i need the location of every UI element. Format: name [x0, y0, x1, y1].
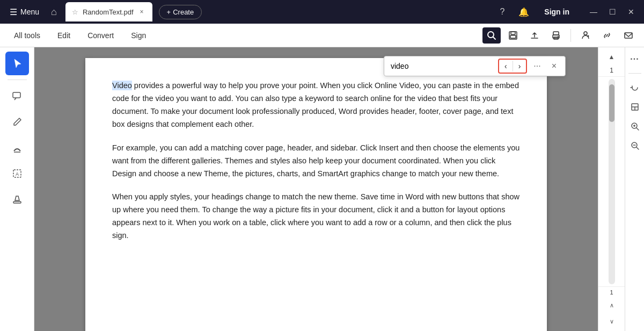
pdf-scroll[interactable]: ‹ › ··· × Video provides a powerful way … [34, 47, 598, 331]
stamp-icon [12, 194, 23, 205]
page-number-display: 1 [598, 64, 625, 77]
minimize-button[interactable]: — [584, 5, 603, 18]
sign-in-button[interactable]: Sign in [539, 5, 575, 18]
search-bar: ‹ › ··· × [384, 56, 566, 76]
create-button[interactable]: + Create [159, 5, 202, 19]
pen-tool[interactable] [5, 110, 29, 134]
cursor-icon [12, 58, 23, 69]
zoom-in-button[interactable] [627, 119, 642, 134]
pdf-para1-text: provides a powerful way to help you prov… [112, 81, 519, 128]
mail-toolbar-button[interactable] [619, 27, 638, 44]
svg-line-1 [493, 37, 496, 39]
edit-menu[interactable]: Edit [50, 28, 78, 43]
svg-rect-16 [13, 202, 21, 203]
share-icon [581, 31, 590, 40]
upload-icon [530, 31, 539, 40]
window-controls: — ☐ ✕ [584, 5, 640, 18]
pdf-content: Video provides a powerful way to help yo… [112, 80, 520, 242]
svg-line-21 [636, 128, 639, 130]
zoom-in-icon [630, 121, 640, 131]
main-content: A ‹ › ··· × [0, 47, 644, 331]
search-next-button[interactable]: › [513, 60, 526, 73]
mail-icon [624, 31, 633, 40]
tab-star-icon: ☆ [72, 8, 78, 16]
link-toolbar-button[interactable] [598, 27, 616, 44]
tab-title: RandomText.pdf [83, 8, 134, 16]
pdf-paragraph-1: Video provides a powerful way to help yo… [112, 80, 520, 131]
scroll-nav-buttons: ∧ ∨ [598, 298, 625, 331]
search-icon [487, 31, 496, 40]
page-down-button[interactable]: ∨ [604, 314, 619, 329]
pdf-tab[interactable]: ☆ RandomText.pdf × [65, 2, 152, 21]
tool-separator-1 [8, 80, 27, 80]
svg-point-9 [584, 32, 587, 35]
zoom-out-button[interactable] [627, 138, 642, 153]
share-toolbar-button[interactable] [576, 27, 595, 44]
svg-point-8 [558, 36, 559, 37]
scrollbar-thumb [609, 84, 614, 122]
hamburger-icon: ☰ [10, 7, 17, 17]
scrollbar-track[interactable] [609, 79, 615, 284]
svg-point-10 [588, 35, 589, 37]
cursor-tool[interactable] [5, 52, 29, 75]
svg-rect-5 [553, 32, 559, 35]
total-pages: 1 [610, 289, 613, 296]
tab-close-button[interactable]: × [138, 7, 146, 17]
stamp-tool[interactable] [5, 188, 29, 211]
search-input[interactable] [389, 60, 496, 73]
maximize-button[interactable]: ☐ [604, 5, 621, 18]
home-button[interactable]: ⌂ [47, 3, 61, 21]
search-toolbar-button[interactable] [482, 27, 501, 44]
right-action-panel: ··· [625, 47, 644, 331]
create-label: Create [173, 8, 194, 16]
pdf-para2-text: For example, you can add a matching cove… [112, 143, 519, 178]
toolbar-right [482, 27, 638, 44]
print-toolbar-button[interactable] [547, 27, 565, 44]
more-options-button[interactable]: ··· [627, 52, 642, 67]
page-up-button[interactable]: ∧ [604, 298, 619, 313]
pdf-page: Video provides a powerful way to help yo… [85, 58, 547, 331]
rotate-icon [630, 83, 640, 92]
page-total-display: 1 [598, 286, 625, 298]
highlight-tool[interactable] [5, 136, 29, 160]
svg-rect-12 [13, 92, 20, 98]
right-scrollbar-panel: ▲ 1 1 ∧ ∨ [598, 47, 625, 331]
convert-menu[interactable]: Convert [80, 28, 121, 43]
svg-rect-4 [510, 35, 516, 38]
select-text-tool[interactable]: A [5, 162, 29, 185]
svg-text:A: A [16, 171, 19, 177]
search-nav: ‹ › [498, 59, 527, 74]
save-icon [508, 31, 518, 40]
pen-icon [12, 117, 23, 127]
titlebar: ☰ Menu ⌂ ☆ RandomText.pdf × + Create ? 🔔… [0, 0, 644, 24]
extract-button[interactable] [627, 99, 642, 114]
link-icon [602, 31, 612, 40]
titlebar-right: ? 🔔 Sign in — ☐ ✕ [495, 5, 640, 19]
search-prev-button[interactable]: ‹ [499, 60, 513, 73]
all-tools-menu[interactable]: All tools [6, 28, 48, 43]
close-button[interactable]: ✕ [623, 5, 640, 18]
highlight-icon [12, 142, 23, 153]
pdf-paragraph-3: When you apply styles, your headings cha… [112, 191, 520, 242]
sign-menu[interactable]: Sign [123, 28, 153, 43]
menu-button[interactable]: ☰ Menu [4, 5, 45, 19]
zoom-out-icon [630, 141, 640, 150]
select-text-icon: A [12, 168, 23, 179]
scroll-controls: ▲ [598, 47, 625, 64]
print-icon [551, 31, 561, 40]
menubar: All tools Edit Convert Sign [0, 24, 644, 47]
scroll-up-button[interactable]: ▲ [604, 49, 619, 64]
search-more-button[interactable]: ··· [529, 59, 545, 73]
pdf-area: ‹ › ··· × Video provides a powerful way … [34, 47, 598, 331]
search-close-button[interactable]: × [547, 59, 561, 73]
help-button[interactable]: ? [495, 5, 509, 19]
create-plus-icon: + [167, 8, 171, 16]
rotate-button[interactable] [627, 80, 642, 95]
svg-rect-11 [625, 33, 632, 38]
notifications-button[interactable]: 🔔 [514, 5, 533, 19]
save-toolbar-button[interactable] [504, 27, 522, 44]
comment-tool[interactable] [5, 84, 29, 108]
svg-line-25 [636, 147, 639, 149]
current-page: 1 [610, 67, 613, 74]
upload-toolbar-button[interactable] [525, 27, 544, 44]
